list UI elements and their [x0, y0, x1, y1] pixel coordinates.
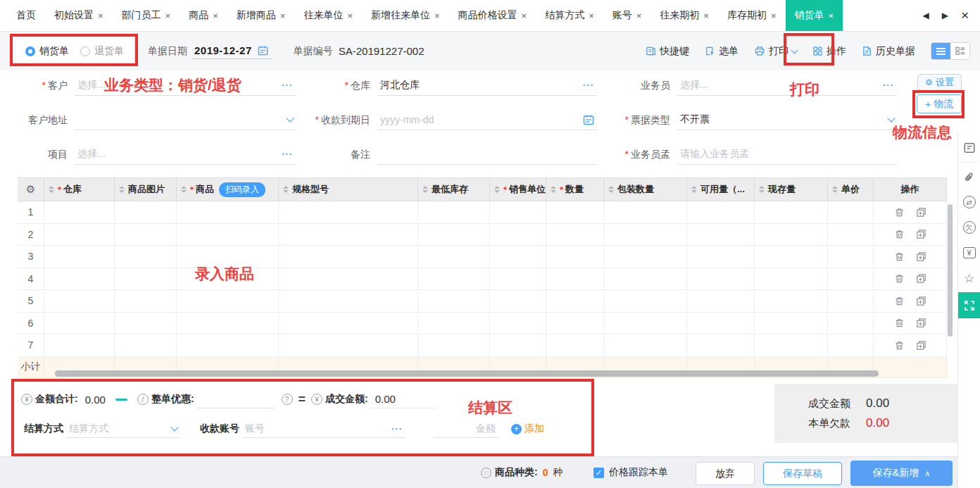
cell-on-hand[interactable]	[755, 268, 828, 291]
header-spec[interactable]: 规格型号	[279, 178, 418, 201]
cell-sale-unit[interactable]	[490, 313, 546, 335]
cell-warehouse[interactable]	[44, 201, 115, 224]
cell-available[interactable]	[687, 268, 755, 291]
cell-goods-image[interactable]	[115, 201, 177, 224]
cell-min-stock[interactable]	[418, 290, 490, 313]
radio-return-order[interactable]: 退货单	[80, 45, 124, 58]
header-unit-price[interactable]: 单价	[828, 178, 874, 201]
customer-address-field[interactable]: 客户地址	[6, 109, 296, 130]
cell-spec[interactable]	[279, 246, 418, 268]
tab-close-icon[interactable]: ×	[213, 11, 218, 21]
cell-sale-unit[interactable]	[490, 290, 546, 313]
cell-min-stock[interactable]	[418, 334, 490, 357]
cell-unit-price[interactable]	[828, 290, 874, 313]
cell-on-hand[interactable]	[755, 224, 828, 246]
cell-available[interactable]	[687, 246, 755, 268]
tab-partner-opening[interactable]: 往来期初×	[651, 0, 718, 31]
cell-available[interactable]	[687, 224, 755, 246]
tab-close-icon[interactable]: ×	[280, 11, 286, 21]
cell-spec[interactable]	[279, 201, 418, 224]
cell-package-qty[interactable]	[604, 313, 687, 335]
cell-unit-price[interactable]	[828, 313, 874, 335]
shortcut-button[interactable]: 快捷键	[646, 45, 689, 58]
cell-min-stock[interactable]	[418, 246, 490, 268]
cell-goods[interactable]	[177, 224, 279, 246]
header-goods-image[interactable]: 商品图片	[115, 178, 177, 201]
cell-min-stock[interactable]	[418, 201, 490, 224]
cell-warehouse[interactable]	[44, 268, 115, 291]
sort-icon[interactable]	[422, 186, 428, 193]
tab-close-icon[interactable]: ×	[771, 11, 777, 21]
favorite-star-icon[interactable]: ☆	[958, 265, 980, 291]
tab-close-icon[interactable]: ×	[636, 11, 642, 21]
header-on-hand[interactable]: 现存量	[755, 178, 828, 201]
cell-available[interactable]	[687, 334, 755, 357]
cell-goods-image[interactable]	[115, 268, 177, 291]
note-icon[interactable]	[958, 135, 980, 161]
delete-row-icon[interactable]	[894, 318, 905, 328]
copy-row-icon[interactable]	[916, 318, 926, 328]
deal-amount-input[interactable]: 0.00	[371, 390, 436, 408]
ellipsis-icon[interactable]: ···	[282, 80, 293, 90]
tabs-prev-icon[interactable]: ◀	[922, 11, 929, 20]
attachment-icon[interactable]	[958, 164, 980, 189]
warehouse-field[interactable]: *仓库 河北仓库···	[299, 75, 597, 96]
cell-available[interactable]	[687, 313, 755, 335]
cell-unit-price[interactable]	[828, 201, 874, 224]
copy-row-icon[interactable]	[916, 340, 926, 351]
sort-icon[interactable]	[691, 186, 697, 193]
discount-input[interactable]	[197, 390, 275, 408]
tab-stock-opening[interactable]: 库存期初×	[718, 0, 786, 31]
cell-spec[interactable]	[279, 268, 418, 291]
money-icon[interactable]: ¥	[958, 240, 980, 265]
cell-available[interactable]	[687, 290, 755, 313]
cell-spec[interactable]	[279, 224, 418, 246]
cell-warehouse[interactable]	[44, 290, 115, 313]
calendar-icon[interactable]	[583, 114, 594, 125]
chevron-down-icon[interactable]	[286, 114, 294, 122]
account-input[interactable]: 账号···	[242, 420, 406, 438]
horizontal-scrollbar[interactable]	[55, 370, 879, 377]
cell-package-qty[interactable]	[604, 334, 687, 357]
tab-partners[interactable]: 往来单位×	[294, 0, 362, 31]
invoice-type-field[interactable]: *票据类型 不开票	[598, 109, 897, 130]
cell-goods[interactable]	[177, 313, 279, 335]
tab-close-icon[interactable]: ×	[703, 11, 709, 21]
cell-goods[interactable]	[177, 201, 279, 224]
cell-warehouse[interactable]	[44, 224, 115, 246]
radio-sales-order[interactable]: 销货单	[25, 45, 69, 58]
settings-button[interactable]: ⚙设置	[917, 74, 962, 91]
delete-row-icon[interactable]	[894, 340, 905, 351]
expand-icon[interactable]	[958, 292, 980, 318]
sort-icon[interactable]	[181, 186, 187, 193]
vertical-scrollbar[interactable]	[948, 204, 953, 337]
pick-order-button[interactable]: 选单	[705, 45, 739, 58]
cell-unit-price[interactable]	[828, 268, 874, 291]
ellipsis-icon[interactable]: ···	[282, 149, 293, 159]
delete-row-icon[interactable]	[894, 273, 905, 284]
history-button[interactable]: 历史单据	[862, 45, 915, 58]
tab-close-icon[interactable]: ×	[434, 11, 440, 21]
save-and-new-button[interactable]: 保存&新增∧	[850, 461, 953, 486]
transfer-icon[interactable]: ⇄	[958, 189, 980, 215]
cell-quantity[interactable]	[546, 268, 604, 291]
cell-sale-unit[interactable]	[490, 224, 546, 246]
ellipsis-icon[interactable]: ···	[883, 80, 894, 90]
header-goods[interactable]: *商品扫码录入	[177, 178, 279, 201]
cell-quantity[interactable]	[546, 246, 604, 268]
salesman-meng-field[interactable]: *业务员孟 请输入业务员孟	[598, 144, 897, 165]
header-warehouse[interactable]: *仓库	[44, 178, 115, 201]
cell-on-hand[interactable]	[755, 201, 828, 224]
cell-sale-unit[interactable]	[490, 201, 546, 224]
tab-goods[interactable]: 商品×	[180, 0, 227, 31]
cell-available[interactable]	[687, 201, 755, 224]
tab-add-goods[interactable]: 新增商品×	[227, 0, 295, 31]
cell-spec[interactable]	[279, 334, 418, 357]
tabs-next-icon[interactable]: ▶	[942, 11, 948, 20]
cell-on-hand[interactable]	[755, 290, 828, 313]
cell-sale-unit[interactable]	[490, 246, 546, 268]
cell-goods-image[interactable]	[115, 290, 177, 313]
cell-unit-price[interactable]	[828, 334, 874, 357]
header-sale-unit[interactable]: *销售单位	[490, 178, 546, 201]
sort-icon[interactable]	[759, 186, 765, 193]
